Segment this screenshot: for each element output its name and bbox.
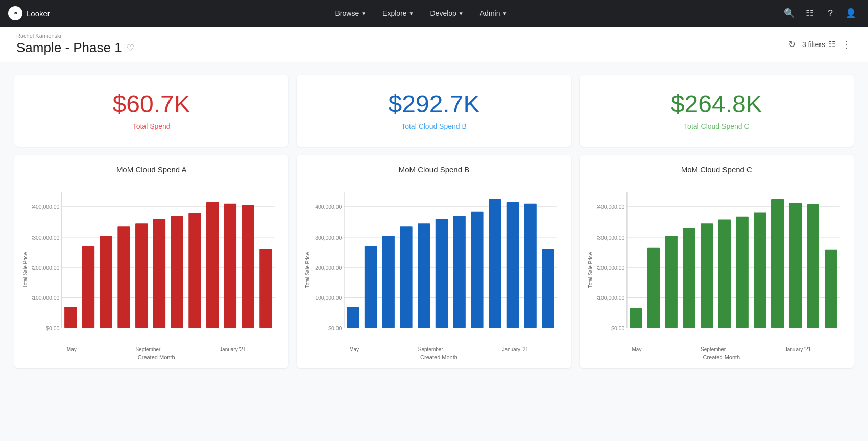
svg-rect-36 xyxy=(382,236,395,328)
svg-text:$400,000.00: $400,000.00 xyxy=(32,204,59,210)
chart-area-a: Total Sale Price $0.00$100,000.00$200,00… xyxy=(22,180,280,360)
x-axis-label-a: Created Month xyxy=(32,354,280,360)
kpi-row: $60.7K Total Spend $292.7K Total Cloud S… xyxy=(14,75,854,147)
svg-rect-35 xyxy=(365,246,377,328)
svg-rect-12 xyxy=(100,236,112,328)
filters-button[interactable]: 3 filters ☷ xyxy=(802,39,835,49)
svg-text:$200,000.00: $200,000.00 xyxy=(315,265,342,271)
x-tick-labels-b: May September January '21 xyxy=(315,346,563,352)
svg-rect-11 xyxy=(82,246,94,328)
chart-title-b: MoM Cloud Spend B xyxy=(305,165,563,174)
logo[interactable]: ⚬ Looker xyxy=(8,6,50,20)
chart-inner-c: $0.00$100,000.00$200,000.00$300,000.00$4… xyxy=(597,180,846,360)
nav-develop[interactable]: Develop ▼ xyxy=(424,6,469,20)
page-title: Sample - Phase 1 xyxy=(16,40,122,56)
main-content: $60.7K Total Spend $292.7K Total Cloud S… xyxy=(0,62,868,381)
svg-text:$400,000.00: $400,000.00 xyxy=(597,204,624,210)
svg-rect-69 xyxy=(825,250,837,328)
svg-text:$0.00: $0.00 xyxy=(329,326,342,331)
svg-rect-59 xyxy=(647,247,660,328)
kpi-label-spend-a: Total Spend xyxy=(133,122,171,130)
kpi-label-spend-b: Total Cloud Spend B xyxy=(401,122,467,130)
svg-text:$100,000.00: $100,000.00 xyxy=(315,295,342,301)
search-icon[interactable]: 🔍 xyxy=(780,4,799,22)
x-tick-labels-c: May September January '21 xyxy=(597,346,846,352)
svg-rect-66 xyxy=(771,199,784,328)
svg-text:$100,000.00: $100,000.00 xyxy=(597,295,624,301)
kpi-card-spend-a: $60.7K Total Spend xyxy=(14,75,288,147)
chart-inner-b: $0.00$100,000.00$200,000.00$300,000.00$4… xyxy=(315,180,563,360)
svg-rect-19 xyxy=(224,204,236,328)
svg-text:$200,000.00: $200,000.00 xyxy=(32,265,59,271)
explore-chevron-icon: ▼ xyxy=(409,11,414,16)
svg-rect-45 xyxy=(542,249,554,328)
logo-text: Looker xyxy=(27,9,50,18)
layout-icon[interactable]: ☷ xyxy=(801,4,819,22)
kpi-card-spend-c: $264.8K Total Cloud Spend C xyxy=(580,75,854,147)
svg-rect-17 xyxy=(188,213,201,328)
y-axis-label-a: Total Sale Price xyxy=(22,180,28,360)
nav-actions: 🔍 ☷ ? 👤 xyxy=(780,4,860,22)
y-axis-label-b: Total Sale Price xyxy=(305,180,310,360)
chart-area-b: Total Sale Price $0.00$100,000.00$200,00… xyxy=(305,180,563,360)
chart-card-c: MoM Cloud Spend C Total Sale Price $0.00… xyxy=(580,155,854,368)
svg-text:$200,000.00: $200,000.00 xyxy=(597,265,624,271)
chart-card-b: MoM Cloud Spend B Total Sale Price $0.00… xyxy=(297,155,571,368)
y-axis-label-c: Total Sale Price xyxy=(588,180,593,360)
svg-text:$100,000.00: $100,000.00 xyxy=(32,295,59,301)
bar-chart-svg-c: $0.00$100,000.00$200,000.00$300,000.00$4… xyxy=(597,180,846,345)
nav-admin[interactable]: Admin ▼ xyxy=(474,6,514,20)
favorite-icon[interactable]: ♡ xyxy=(126,42,134,54)
svg-text:$300,000.00: $300,000.00 xyxy=(32,235,59,240)
svg-rect-39 xyxy=(436,219,448,328)
svg-text:$300,000.00: $300,000.00 xyxy=(315,235,342,240)
chart-card-a: MoM Cloud Spend A Total Sale Price $0.00… xyxy=(14,155,288,368)
svg-rect-61 xyxy=(683,228,695,328)
svg-rect-37 xyxy=(400,226,413,328)
refresh-icon[interactable]: ↻ xyxy=(788,39,796,50)
svg-rect-14 xyxy=(135,223,148,328)
svg-rect-43 xyxy=(507,202,519,328)
svg-rect-62 xyxy=(701,223,713,328)
top-navigation: ⚬ Looker Browse ▼ Explore ▼ Develop ▼ Ad… xyxy=(0,0,868,27)
help-icon[interactable]: ? xyxy=(821,4,839,22)
x-tick-labels-a: May September January '21 xyxy=(32,346,280,352)
svg-rect-58 xyxy=(630,308,642,328)
svg-rect-64 xyxy=(736,216,748,328)
kpi-value-spend-a: $60.7K xyxy=(113,91,190,118)
svg-rect-34 xyxy=(347,307,359,328)
svg-rect-10 xyxy=(64,307,77,328)
x-axis-label-b: Created Month xyxy=(315,354,563,360)
svg-rect-41 xyxy=(471,211,484,328)
chart-title-a: MoM Cloud Spend A xyxy=(22,165,280,174)
nav-browse[interactable]: Browse ▼ xyxy=(329,6,373,20)
svg-rect-13 xyxy=(117,226,130,328)
page-header: Rachel Kamienski Sample - Phase 1 ♡ ↻ 3 … xyxy=(0,27,868,62)
chart-title-c: MoM Cloud Spend C xyxy=(588,165,846,174)
looker-logo-icon: ⚬ xyxy=(8,6,22,20)
page-header-right: ↻ 3 filters ☷ ⋮ xyxy=(788,38,852,51)
svg-rect-15 xyxy=(153,219,165,328)
svg-text:$0.00: $0.00 xyxy=(611,326,624,331)
more-options-icon[interactable]: ⋮ xyxy=(841,38,852,51)
charts-row: MoM Cloud Spend A Total Sale Price $0.00… xyxy=(14,155,854,368)
x-axis-label-c: Created Month xyxy=(597,354,846,360)
kpi-card-spend-b: $292.7K Total Cloud Spend B xyxy=(297,75,571,147)
bar-chart-svg-a: $0.00$100,000.00$200,000.00$300,000.00$4… xyxy=(32,180,280,345)
chart-area-c: Total Sale Price $0.00$100,000.00$200,00… xyxy=(588,180,846,360)
admin-chevron-icon: ▼ xyxy=(502,11,507,16)
user-icon[interactable]: 👤 xyxy=(841,4,860,22)
svg-text:$400,000.00: $400,000.00 xyxy=(315,204,342,210)
svg-rect-40 xyxy=(453,216,466,328)
nav-links: Browse ▼ Explore ▼ Develop ▼ Admin ▼ xyxy=(62,6,780,20)
svg-rect-68 xyxy=(807,204,819,328)
bar-chart-svg-b: $0.00$100,000.00$200,000.00$300,000.00$4… xyxy=(315,180,563,345)
nav-explore[interactable]: Explore ▼ xyxy=(376,6,420,20)
kpi-value-spend-c: $264.8K xyxy=(671,91,762,118)
svg-rect-44 xyxy=(524,204,537,328)
kpi-value-spend-b: $292.7K xyxy=(389,91,480,118)
svg-text:$0.00: $0.00 xyxy=(46,326,59,331)
page-owner: Rachel Kamienski xyxy=(16,33,134,39)
svg-text:$300,000.00: $300,000.00 xyxy=(597,235,624,240)
svg-rect-38 xyxy=(418,223,430,328)
